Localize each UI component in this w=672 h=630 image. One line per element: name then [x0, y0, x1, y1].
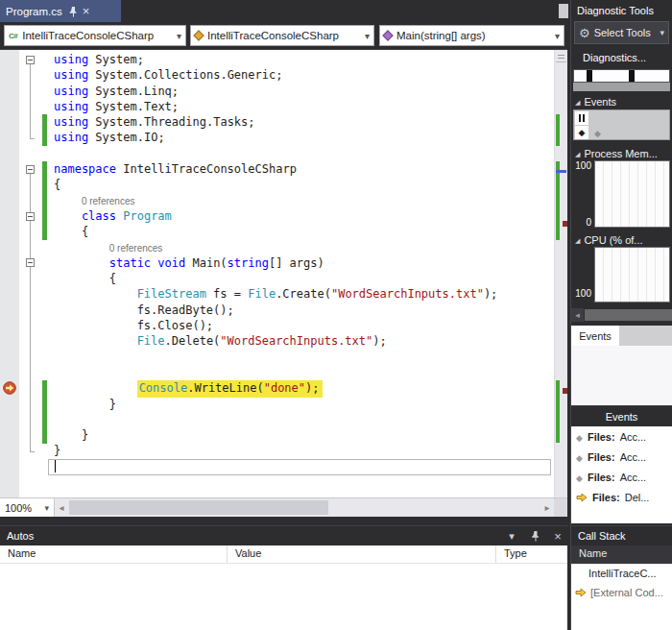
call-stack-frame[interactable]: [External Cod...	[571, 583, 672, 602]
scroll-left-button[interactable]	[571, 308, 584, 322]
current-frame-arrow-icon	[575, 588, 587, 597]
gear-icon	[579, 26, 590, 40]
code-line[interactable]: File.Delete("WordSearchInputs.txt");	[54, 333, 554, 349]
document-tab-bar: Program.cs	[0, 0, 567, 22]
code-line[interactable]: Console.WriteLine("done");	[54, 380, 554, 396]
column-header-type[interactable]: Type	[496, 545, 567, 563]
code-line[interactable]: {	[54, 224, 554, 239]
events-grid-header: Events	[571, 405, 672, 426]
diagnostics-tab-strip: Events	[571, 326, 672, 346]
code-line[interactable]: using System;	[54, 52, 554, 67]
autos-grid-body[interactable]	[0, 564, 567, 630]
call-stack-body: IntelliTraceC...[External Cod...	[571, 564, 672, 630]
pin-icon[interactable]	[527, 530, 542, 542]
project-dropdown-label: IntelliTraceConsoleCSharp	[22, 30, 154, 41]
event-label-category: Files:	[588, 451, 615, 463]
code-line[interactable]: using System.Threading.Tasks;	[54, 114, 554, 130]
type-dropdown[interactable]: IntelliTraceConsoleCSharp	[190, 25, 374, 46]
chevron-down-icon	[555, 31, 560, 41]
timeline-scroll-strip[interactable]	[573, 83, 670, 91]
diagnostics-timeline	[573, 69, 670, 83]
scrollbar-annotation-red	[563, 388, 567, 394]
zoom-level: 100%	[5, 502, 32, 514]
chevron-down-icon	[44, 503, 49, 513]
select-tools-button[interactable]: Select Tools	[574, 21, 669, 44]
event-label-text: Acc...	[620, 472, 647, 483]
call-stack-frame[interactable]: IntelliTraceC...	[571, 564, 672, 583]
event-row[interactable]: Files: Acc...	[571, 447, 672, 467]
code-line[interactable]: {	[54, 271, 554, 286]
member-dropdown[interactable]: Main(string[] args)	[379, 25, 564, 46]
scrollbar-annotation-red	[563, 221, 567, 227]
events-section-label: Events	[584, 96, 616, 108]
code-line[interactable]: {	[54, 177, 554, 192]
scroll-right-button[interactable]	[540, 498, 554, 517]
events-list: Files: Acc...Files: Acc...Files: Acc...F…	[571, 426, 672, 523]
scrollbar-corner	[554, 498, 567, 517]
tab-title: Program.cs	[6, 6, 62, 17]
event-row[interactable]: Files: Acc...	[571, 426, 672, 447]
code-line[interactable]: static void Main(string[] args)	[54, 255, 554, 271]
call-stack-title: Call Stack	[578, 530, 626, 542]
code-text-area[interactable]: using System;using System.Collections.Ge…	[0, 50, 554, 497]
pause-events-cell	[575, 111, 588, 125]
close-icon[interactable]	[83, 5, 90, 17]
code-line[interactable]: namespace IntelliTraceConsoleCSharp	[54, 161, 554, 177]
editor-vertical-scrollbar[interactable]	[554, 50, 567, 497]
code-line[interactable]	[54, 365, 554, 380]
window-position-icon[interactable]	[504, 530, 519, 543]
code-line[interactable]	[54, 459, 554, 474]
code-line[interactable]: FileStream fs = File.Create("WordSearchI…	[54, 286, 554, 302]
call-stack-title-bar[interactable]: Call Stack	[571, 526, 672, 545]
scrollbar-thumb[interactable]	[585, 309, 672, 321]
call-stack-column-header[interactable]: Name	[571, 545, 672, 564]
code-line[interactable]: }	[54, 397, 554, 412]
cpu-section-label: CPU (% of...	[584, 234, 642, 246]
code-line[interactable]: 0 references	[54, 240, 554, 255]
event-row[interactable]: Files: Del...	[571, 487, 672, 507]
code-line[interactable]: using System.Collections.Generic;	[54, 67, 554, 83]
memory-section-label: Process Mem...	[584, 148, 657, 159]
code-line[interactable]	[54, 350, 554, 365]
code-line[interactable]: }	[54, 427, 554, 443]
splitter-gripper[interactable]	[556, 52, 566, 62]
column-header-name[interactable]: Name	[0, 545, 228, 563]
tab-program-cs[interactable]: Program.cs	[0, 0, 121, 22]
project-dropdown[interactable]: C# IntelliTraceConsoleCSharp	[4, 25, 186, 46]
event-label-category: Files:	[588, 431, 615, 443]
event-label-category: Files:	[592, 492, 620, 503]
tab-events[interactable]: Events	[571, 326, 619, 346]
scrollbar-annotation-blue	[556, 170, 566, 173]
code-line[interactable]: using System.Text;	[54, 99, 554, 114]
code-line[interactable]: class Program	[54, 208, 554, 224]
code-line[interactable]	[54, 412, 554, 427]
zoom-control[interactable]: 100%	[0, 498, 55, 517]
expander-icon	[575, 96, 580, 108]
close-icon[interactable]	[550, 529, 565, 544]
events-section-header[interactable]: Events	[571, 91, 672, 109]
event-label-text: Acc...	[620, 431, 647, 443]
memory-section-header[interactable]: Process Mem...	[571, 143, 672, 160]
code-line[interactable]: fs.ReadByte();	[54, 303, 554, 318]
memory-graph: 100 0	[573, 160, 670, 228]
event-row[interactable]: Files: Acc...	[571, 467, 672, 487]
code-editor[interactable]: using System;using System.Collections.Ge…	[0, 50, 567, 497]
code-line[interactable]: using System.IO;	[54, 130, 554, 145]
diagnostics-horizontal-scrollbar[interactable]	[571, 308, 672, 322]
code-line[interactable]: 0 references	[54, 193, 554, 208]
pin-icon[interactable]	[68, 6, 77, 17]
code-line[interactable]	[54, 146, 554, 161]
scroll-left-button[interactable]	[55, 498, 68, 517]
horizontal-scrollbar-thumb[interactable]	[69, 500, 328, 515]
cpu-section-header[interactable]: CPU (% of...	[571, 230, 672, 247]
timeline-event-bar	[629, 70, 635, 82]
code-line[interactable]: using System.Linq;	[54, 84, 554, 99]
column-header-value[interactable]: Value	[228, 545, 496, 563]
class-icon	[193, 30, 204, 40]
expander-icon	[575, 148, 580, 159]
autos-title-bar[interactable]: Autos	[0, 526, 567, 545]
code-line[interactable]: }	[54, 443, 554, 458]
event-label-text: Acc...	[620, 451, 647, 463]
events-swimlane	[573, 109, 670, 140]
code-line[interactable]: fs.Close();	[54, 318, 554, 333]
